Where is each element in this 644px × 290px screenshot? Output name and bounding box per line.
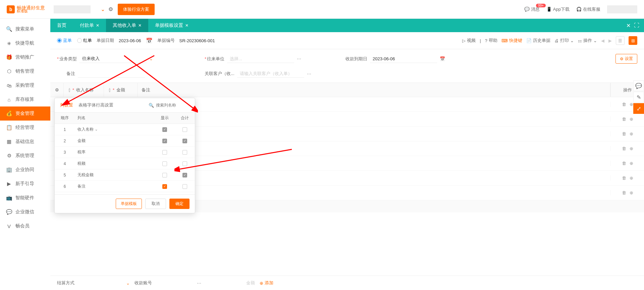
sidebar-icon: 💰	[6, 111, 12, 117]
online-service-link[interactable]: 🎧 在线客服	[576, 6, 600, 12]
sidebar-item-3[interactable]: ⬡销售管理	[0, 64, 50, 78]
sidebar-item-13[interactable]: 💬企业微信	[0, 205, 50, 219]
print-link[interactable]: 🖨打印⌄	[554, 38, 574, 44]
calendar-icon[interactable]: 📅	[146, 38, 153, 44]
sidebar-item-12[interactable]: 📺智能硬件	[0, 191, 50, 205]
show-checkbox[interactable]: ✓	[162, 127, 167, 132]
show-checkbox[interactable]: ✓	[162, 139, 167, 143]
tab-0[interactable]: 首页	[50, 19, 73, 32]
sum-checkbox[interactable]	[182, 150, 187, 155]
sidebar-item-14[interactable]: V畅会员	[0, 219, 50, 233]
copy-icon[interactable]: ⊕	[630, 190, 633, 195]
float-expand-icon[interactable]: ⤢	[633, 103, 644, 114]
view-form-icon[interactable]: ⊞	[629, 36, 637, 45]
copy-icon[interactable]: ⊕	[630, 131, 633, 136]
more-icon[interactable]: ⋯	[197, 281, 201, 286]
sidebar-item-9[interactable]: ⚙系统管理	[0, 149, 50, 163]
calendar-icon[interactable]: 📅	[440, 56, 445, 61]
delete-icon[interactable]: 🗑	[622, 117, 626, 122]
delete-icon[interactable]: 🗑	[622, 175, 626, 180]
popup-search[interactable]: 🔍	[149, 103, 190, 108]
more-icon[interactable]: ⋯	[297, 56, 301, 61]
show-checkbox[interactable]: ✓	[162, 184, 167, 189]
close-icon[interactable]: ✕	[96, 23, 99, 28]
float-edit-icon[interactable]: ✎	[633, 92, 644, 102]
sidebar-item-6[interactable]: 💰资金管理	[0, 106, 50, 121]
sidebar-item-11[interactable]: ▶新手引导	[0, 177, 50, 191]
due-date-input[interactable]	[370, 55, 437, 63]
history-link[interactable]: 📄历史单据	[526, 38, 550, 44]
sidebar-item-2[interactable]: 🎁营销推广	[0, 50, 50, 64]
popup-tab-font[interactable]: 表格字体行高设置	[78, 102, 113, 108]
delete-icon[interactable]: 🗑	[622, 190, 626, 195]
sum-checkbox[interactable]	[182, 184, 187, 189]
copy-icon[interactable]: ⊕	[630, 175, 633, 180]
float-chat-icon[interactable]: 💬	[633, 80, 644, 91]
experience-button[interactable]: 体验行业方案	[118, 4, 155, 15]
org-dropdown[interactable]: ⌄	[101, 6, 105, 12]
relate-input[interactable]	[237, 70, 304, 78]
tab-1[interactable]: 付款单✕	[73, 19, 106, 32]
chevron-down-icon[interactable]: ⌄	[149, 56, 153, 61]
sum-checkbox[interactable]	[182, 161, 187, 166]
sidebar-item-1[interactable]: ⛯快捷导航	[0, 36, 50, 50]
delete-icon[interactable]: 🗑	[622, 102, 626, 107]
copy-icon[interactable]: ⊕	[630, 146, 633, 151]
messages-link[interactable]: 💬 消息 99+	[524, 6, 540, 12]
show-checkbox[interactable]	[162, 150, 167, 155]
radio-red[interactable]: 红单	[77, 38, 92, 44]
nav-prev-icon[interactable]: ◀	[601, 38, 604, 43]
copy-icon[interactable]: ⊕	[630, 117, 633, 122]
gear-icon[interactable]: ⚙	[108, 6, 113, 12]
doc-date-value[interactable]: 2023-06-06	[119, 38, 141, 43]
delete-icon[interactable]: 🗑	[622, 131, 626, 136]
settings-button[interactable]: ⚙设置	[615, 54, 637, 64]
template-button[interactable]: 单据模板	[116, 199, 142, 209]
sum-checkbox[interactable]	[182, 127, 187, 132]
sum-checkbox[interactable]: ✓	[182, 139, 187, 143]
shortcut-link[interactable]: ⌨快捷键	[501, 38, 522, 44]
cancel-button[interactable]: 取消	[145, 199, 166, 209]
close-icon[interactable]: ✕	[138, 23, 142, 28]
remark-input[interactable]	[78, 70, 145, 78]
copy-icon[interactable]: ⊕	[630, 102, 633, 107]
app-download-link[interactable]: 📱 App下载	[546, 6, 570, 12]
sidebar-item-10[interactable]: 🏢企业协同	[0, 163, 50, 177]
sidebar-item-0[interactable]: 🔍搜索菜单	[0, 22, 50, 36]
show-checkbox[interactable]	[162, 173, 167, 177]
column-settings-icon[interactable]: ⚙	[50, 83, 64, 97]
operate-link[interactable]: ⚏操作⌄	[578, 38, 597, 44]
copy-icon[interactable]: ⊕	[630, 161, 633, 166]
fullscreen-icon[interactable]: ⛶	[634, 22, 639, 28]
sum-checkbox[interactable]: ✓	[182, 173, 187, 177]
show-checkbox[interactable]	[162, 161, 167, 166]
add-button[interactable]: ⊕ 添加	[260, 280, 273, 286]
tab-close-all-icon[interactable]: ✕	[626, 22, 631, 29]
chevron-down-icon[interactable]: ⌄	[126, 281, 130, 286]
view-list-icon[interactable]: ☰	[616, 36, 625, 45]
doc-code-value: SR-20230606-001	[179, 38, 215, 43]
biz-type-input[interactable]	[79, 55, 147, 63]
sidebar-item-5[interactable]: ⌂库存核算	[0, 92, 50, 106]
popup-search-input[interactable]	[156, 103, 190, 107]
delete-icon[interactable]: 🗑	[622, 146, 626, 151]
video-link[interactable]: ▷视频	[462, 38, 476, 44]
more-icon[interactable]: ⋯	[307, 71, 311, 76]
chevron-down-icon[interactable]: ⌄	[95, 127, 98, 132]
close-icon[interactable]: ✕	[185, 23, 189, 28]
party-input[interactable]	[227, 55, 294, 63]
sidebar-item-8[interactable]: ▦基础信息	[0, 135, 50, 149]
popup-tab-columns[interactable]: 列设置	[60, 102, 73, 108]
sort-icon[interactable]: ▲▼	[108, 87, 111, 93]
ok-button[interactable]: 确定	[169, 199, 190, 209]
nav-next-icon[interactable]: ▶	[608, 38, 612, 43]
radio-blue[interactable]: 蓝单	[57, 38, 72, 44]
help-link[interactable]: ?帮助	[485, 38, 497, 44]
tab-3[interactable]: 单据模板设置✕	[148, 19, 195, 32]
delete-icon[interactable]: 🗑	[622, 161, 626, 166]
sidebar-item-4[interactable]: 🛍采购管理	[0, 78, 50, 92]
sidebar-item-7[interactable]: 📋经营管理	[0, 121, 50, 135]
sort-icon[interactable]: ▲▼	[68, 87, 71, 93]
tab-2[interactable]: 其他收入单✕	[106, 19, 148, 32]
action-header: 操作	[623, 87, 632, 93]
